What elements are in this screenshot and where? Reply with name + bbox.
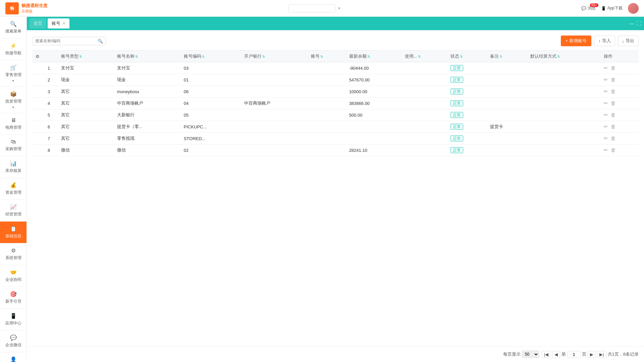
header-search-dropdown[interactable]: ▾ <box>338 6 340 11</box>
app-download-btn[interactable]: 📱 App下载 <box>601 5 623 11</box>
import-button[interactable]: ↑ 导入 <box>594 36 615 46</box>
cell-settlement <box>527 62 600 74</box>
sidebar-item-wholesale-mgmt[interactable]: 📦 批发管理 ▾ <box>0 87 26 113</box>
cell-balance <box>346 133 402 144</box>
edit-icon[interactable]: ✏ <box>604 77 608 83</box>
delete-icon[interactable]: 🗑 <box>611 124 616 130</box>
sidebar-item-label: 应用中心 <box>5 320 21 326</box>
sidebar-item-label: 新手引导 <box>5 299 21 304</box>
table-row: 7 其它 零售抵现 STORED... 正常 ✏ 🗑 <box>32 133 639 144</box>
th-status[interactable]: 状态⇅ <box>447 51 487 62</box>
sidebar-item-sys-mgmt[interactable]: ⚙ 系统管理 <box>0 243 26 265</box>
delete-icon[interactable]: 🗑 <box>611 135 616 141</box>
prev-page-btn[interactable]: ◀ <box>552 351 560 358</box>
tab-fullscreen-btn[interactable]: ⛶ <box>637 21 641 26</box>
toolbar-right: + 新增账号 ↑ 导入 ↓ 导出 <box>561 36 639 46</box>
basic-info-icon: 📋 <box>10 226 17 232</box>
th-settings[interactable]: ⚙ <box>32 51 44 62</box>
add-account-button[interactable]: + 新增账号 <box>561 36 591 46</box>
sidebar-item-ops-mgmt[interactable]: 📈 经营管理 <box>0 200 26 222</box>
header-right: 💬 消息 99+ 📱 App下载 <box>581 3 639 14</box>
th-balance[interactable]: 最新余额⇅ <box>346 51 402 62</box>
tab-account[interactable]: 账号 ✕ <box>48 18 69 28</box>
sidebar: 🔍 搜索菜单 ⚡ 快捷导航 🛒 零售管理 ▾ 📦 批发管理 ▾ 🖥 电商管理 🛍… <box>0 17 27 362</box>
next-page-btn[interactable]: ▶ <box>588 351 596 358</box>
edit-icon[interactable]: ✏ <box>604 88 608 95</box>
th-usage[interactable]: 使用...⇅ <box>401 51 447 62</box>
tab-home[interactable]: 首页 <box>30 18 46 28</box>
delete-icon[interactable]: 🗑 <box>611 77 616 83</box>
sidebar-item-label: 基础信息 <box>5 233 21 239</box>
edit-icon[interactable]: ✏ <box>604 135 608 141</box>
cell-name: 微信 <box>114 144 180 156</box>
delete-icon[interactable]: 🗑 <box>611 100 616 106</box>
edit-icon[interactable]: ✏ <box>604 65 608 71</box>
th-account[interactable]: 账号⇅ <box>308 51 346 62</box>
cell-settlement <box>527 133 600 144</box>
sidebar-item-app-center[interactable]: 📱 应用中心 <box>0 309 26 330</box>
cell-remark <box>487 109 527 121</box>
sidebar-item-ecommerce-mgmt[interactable]: 🖥 电商管理 <box>0 113 26 135</box>
cell-account <box>308 86 346 98</box>
user-avatar[interactable] <box>628 3 639 14</box>
cell-settlement <box>527 74 600 86</box>
export-button[interactable]: ↓ 导出 <box>618 36 639 46</box>
cell-usage <box>401 133 447 144</box>
th-name[interactable]: 账号名称⇅ <box>114 51 180 62</box>
delete-icon[interactable]: 🗑 <box>611 88 616 95</box>
first-page-btn[interactable]: |◀ <box>542 351 551 358</box>
delete-icon[interactable]: 🗑 <box>611 147 616 153</box>
tab-minimize-btn[interactable]: — <box>629 21 634 26</box>
app-icon: 📱 <box>601 6 606 11</box>
th-settlement[interactable]: 默认结算方式⇅ <box>527 51 600 62</box>
sidebar-item-inventory-calc[interactable]: 📊 库存核算 <box>0 156 26 178</box>
cell-code: 01 <box>180 74 241 86</box>
edit-icon[interactable]: ✏ <box>604 124 608 130</box>
wholesale-mgmt-icon: 📦 <box>10 91 17 97</box>
th-remark[interactable]: 备注⇅ <box>487 51 527 62</box>
sidebar-item-capital-mgmt[interactable]: 💰 资金管理 <box>0 178 26 200</box>
page-size-dropdown[interactable]: 50 100 200 <box>522 351 539 358</box>
sidebar-item-search-menu[interactable]: 🔍 搜索菜单 <box>0 17 26 39</box>
th-bank[interactable]: 开户银行⇅ <box>241 51 308 62</box>
sidebar-item-quick-nav[interactable]: ⚡ 快捷导航 <box>0 39 26 60</box>
cell-num: 2 <box>44 74 58 86</box>
cell-code: STORED... <box>180 133 241 144</box>
edit-icon[interactable]: ✏ <box>604 112 608 118</box>
search-icon[interactable]: 🔍 <box>98 39 103 44</box>
delete-icon[interactable]: 🗑 <box>611 112 616 118</box>
status-badge: 正常 <box>450 65 463 71</box>
delete-icon[interactable]: 🗑 <box>611 65 616 71</box>
tab-close-icon[interactable]: ✕ <box>62 21 65 26</box>
last-page-btn[interactable]: ▶| <box>597 351 606 358</box>
sidebar-item-label: 企业微信 <box>5 342 21 348</box>
sidebar-item-newbie-guide[interactable]: 🎯 新手引导 <box>0 287 26 309</box>
page-number-input[interactable] <box>567 351 581 358</box>
status-badge: 正常 <box>450 124 463 130</box>
header-search-input[interactable] <box>288 4 335 12</box>
tab-actions: — ⛶ <box>629 21 641 26</box>
edit-icon[interactable]: ✏ <box>604 147 608 153</box>
th-type[interactable]: 账号类型⇅ <box>58 51 114 62</box>
cell-bank <box>241 121 308 133</box>
sidebar-item-biz-agreement[interactable]: 🤝 企业协同 <box>0 265 26 287</box>
content-area: 首页 账号 ✕ — ⛶ 🔍 + 新增账号 <box>27 17 644 362</box>
sidebar-item-chang-member[interactable]: 👤 畅会员 <box>0 352 26 362</box>
cell-status: 正常 <box>447 74 487 86</box>
cell-name: 大新银行 <box>114 109 180 121</box>
sidebar-item-enterprise-wechat[interactable]: 💬 企业微信 <box>0 330 26 352</box>
sidebar-item-basic-info[interactable]: 📋 基础信息 <box>0 222 26 243</box>
cell-type: 现金 <box>58 74 114 86</box>
logo-title: 畅捷通财生意 <box>21 3 48 9</box>
cell-settlement <box>527 144 600 156</box>
cell-settlement <box>527 98 600 109</box>
sidebar-item-purchase-mgmt[interactable]: 🛍 采购管理 <box>0 135 26 156</box>
th-code[interactable]: 账号编码⇅ <box>180 51 241 62</box>
cell-settings <box>32 74 44 86</box>
cell-num: 1 <box>44 62 58 74</box>
sidebar-item-retail-mgmt[interactable]: 🛒 零售管理 ▾ <box>0 60 26 87</box>
messages-btn[interactable]: 💬 消息 99+ <box>581 5 596 11</box>
account-search-input[interactable] <box>35 39 96 43</box>
edit-icon[interactable]: ✏ <box>604 100 608 106</box>
cell-name: moneybosx <box>114 86 180 98</box>
